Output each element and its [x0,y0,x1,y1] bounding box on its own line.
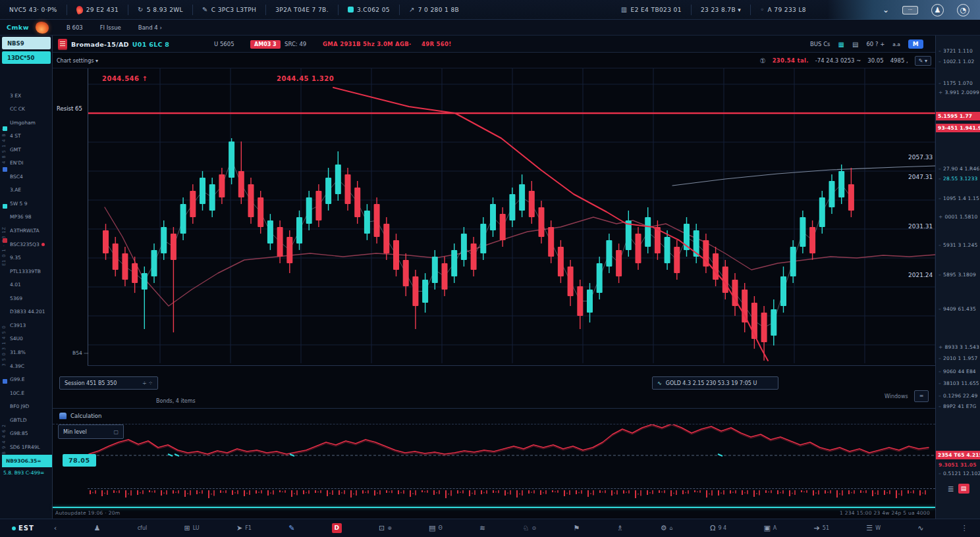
ticker-item[interactable]: NVC5 43· 0·P% [0,5,67,15]
taskbar-item[interactable]: ∿ [917,523,923,533]
ticker-item[interactable]: ▥E2 E4 TB023 01 [612,5,692,15]
watchlist-item[interactable]: 31.8% [10,346,51,358]
price-ladder-row[interactable]: –28.55 3.1233 [936,176,980,182]
ticker-item[interactable]: ◦A 79 233 L8 [751,5,815,15]
price-ladder-row[interactable]: –0.1296 22.49 [936,393,980,399]
menu-item[interactable]: Band 4 › [130,24,171,31]
watchlist-cyan-label[interactable]: 5.8. B93 C-499= [3,470,52,476]
watchlist-item[interactable]: 4.39C [10,360,51,372]
watchlist-item[interactable]: 9.35 [10,252,51,264]
taskbar-item[interactable]: ♘⊙ [523,523,537,533]
draw-tools-button[interactable]: ✎ ▾ [915,56,931,66]
price-ladder-row[interactable]: –89P2 41 E7G [936,403,980,409]
volume-pane[interactable] [88,489,935,506]
timeframe-label[interactable]: U 5605 [214,41,234,47]
oscillator-pane[interactable] [88,424,935,471]
watchlist-item[interactable]: 10C.E [10,387,51,399]
taskbar-item[interactable]: ‹ [54,523,57,533]
watchlist-selected-item[interactable]: 13DC*50 [2,51,51,64]
price-ladder-row[interactable]: 2354 T65 4.215,3 [936,451,980,459]
watchlist-item[interactable]: SD6 1FR49L [10,441,51,453]
info-icon[interactable]: ① [760,57,766,64]
price-ladder-row[interactable]: –38103 11.655 [936,380,980,386]
watchlist-item[interactable]: 3.AE [10,184,51,196]
watchlist-item[interactable]: 4.01 [10,279,51,291]
layout-box-button[interactable]: ≡ [914,390,929,402]
taskbar-item[interactable]: D [332,523,342,533]
taskbar-item[interactable]: ✎ [288,523,294,533]
watchlist-item[interactable]: C3913 [10,319,51,331]
card-icon[interactable]: ··· [902,6,918,14]
list-icon[interactable]: ≣ [947,484,954,494]
session-box-icons[interactable]: ÷ ⁘ [142,380,153,386]
watchlist-item[interactable]: PTL13339TB [10,265,51,277]
taskbar-item[interactable]: ♗ [617,523,624,533]
mode-button[interactable]: M [908,39,923,49]
calculation-label[interactable]: Calculation [70,413,101,419]
watchlist-item[interactable]: CC CK [10,103,51,115]
menu-item[interactable]: B 603 [58,24,92,31]
watchlist-item[interactable]: S4U0 [10,333,51,345]
gold-quote-box[interactable]: ∿ GOLD 4.3 2.15 230 53.3 19 7:05 U [652,376,778,390]
watchlist-item[interactable]: EN'DI [10,157,51,169]
watchlist-item[interactable]: GMT [10,143,51,155]
watchlist-item[interactable]: Umgoham [10,116,51,128]
taskbar-item[interactable]: ▤Θ [429,523,443,533]
price-ladder-row[interactable]: –3721 1.110 [936,48,980,54]
price-ladder-row[interactable]: 5.1595 1.77 [936,112,980,120]
ticker-item[interactable]: ↻5 8.93 2WL [128,5,193,15]
book-icon[interactable]: ▤ [852,41,858,48]
watchlist-item[interactable]: 5W 5 9 [10,197,51,209]
menu-item[interactable]: FI Issue [92,24,130,31]
price-ladder-row[interactable]: –1002.1 1.02 [936,59,980,64]
watchlist-item[interactable]: 5369 [10,292,51,304]
watchlist-item[interactable]: D3833 44.201 [10,306,51,318]
watchlist-item[interactable]: 4 ST [10,130,51,142]
price-ladder-row[interactable]: +3.991 2.0099 [936,90,980,95]
price-ladder-row[interactable]: –1095 1.4 1.15 [936,195,980,201]
price-ladder-row[interactable]: –9060 44 E84 [936,369,980,374]
taskbar-item[interactable]: ⊡⊕ [379,523,392,533]
taskbar-item[interactable]: ⚑ [573,523,580,533]
taskbar-item[interactable]: ▣A [763,523,776,533]
chart-settings-dropdown[interactable]: Chart settings ▾ [57,58,98,64]
taskbar-item[interactable]: cful [138,523,148,533]
sell-icon[interactable]: ▤ [958,484,969,494]
watchlist-item[interactable]: A3THRWLTA [10,225,51,237]
ticker-item[interactable]: ↗7 0 280 1 8B [400,5,468,15]
indicator-icon[interactable]: ▦ [838,41,844,48]
price-ladder-row[interactable]: –27.90 4 1.R46 [936,166,980,172]
taskbar-item[interactable]: Ω9 4 [710,523,726,533]
taskbar-item[interactable]: ⋮ [961,523,968,533]
taskbar-item[interactable]: ⊞LU [184,523,200,533]
price-ladder-row[interactable]: 9.3051 31.05 [936,462,980,468]
taskbar-item[interactable]: ♟ [94,523,101,533]
watchlist-item[interactable]: GBTLD [10,414,51,426]
watchlist-item[interactable]: MP36 98 [10,211,51,223]
taskbar-item[interactable]: ☰W [866,523,881,533]
price-ladder-row[interactable]: 93-451 1.941.9 [936,124,980,132]
avatar-icon[interactable]: ♟ [931,4,944,16]
symbol-title[interactable]: Bromade-15/AD [71,41,129,48]
windows-label[interactable]: Windows [885,394,908,399]
price-ladder-row[interactable]: –2010 1 1.957 [936,355,980,361]
chevron-down-icon[interactable]: ⌄ [883,5,889,14]
watchlist-item[interactable]: G99.E [10,374,51,386]
taskbar-est-status[interactable]: EST [12,524,34,532]
watchlist-item[interactable]: BF0 J9D [10,401,51,413]
price-ladder-row[interactable]: +8933 3 1.543 [936,344,980,350]
price-ladder-row[interactable]: –5895 3.1809 [936,272,980,278]
ticker-item[interactable]: 23 23 8.7B ▾ [692,5,751,15]
clock-icon[interactable]: ◔ [957,4,969,16]
watchlist-item[interactable]: BSC3235Q3 [10,238,51,250]
candlestick-chart[interactable]: 2057.332047.312031.312021.24 [88,68,935,366]
watchlist-item[interactable]: BSC4 [10,170,51,182]
ticker-item[interactable]: 29 E2 431 [67,5,128,15]
taskbar-item[interactable]: ≋ [479,523,485,533]
watchlist-highlight-row[interactable]: NB93O6.35= [2,455,52,467]
price-ladder-row[interactable]: –9409 61.435 [936,306,980,312]
brand-label[interactable]: Cmkw [0,24,36,31]
ticker-item[interactable]: ✎C 3PC3 L3TPH [193,5,266,15]
watchlist-item[interactable]: G98:85 [10,428,51,440]
price-ladder-row[interactable]: –0.5121 12.1029 [936,471,980,476]
